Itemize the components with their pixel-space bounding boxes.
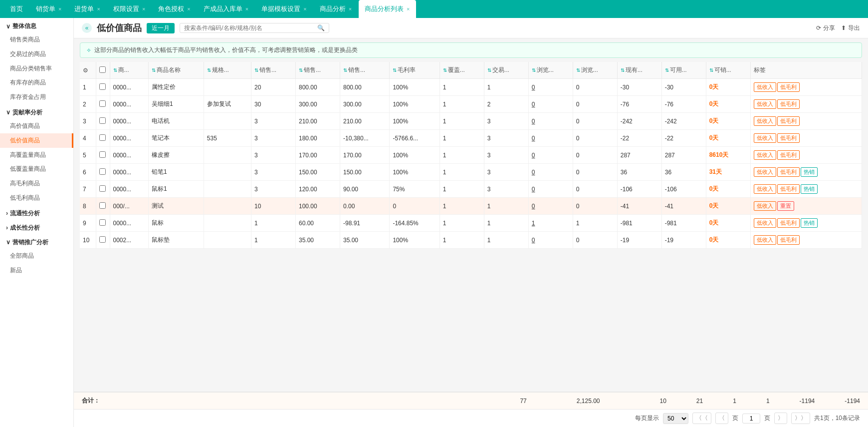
th-tags[interactable]: 标签 xyxy=(750,62,862,79)
sidebar-item-high-margin[interactable]: 高毛利商品 xyxy=(0,176,73,191)
close-icon[interactable]: × xyxy=(187,6,190,12)
select-all-checkbox[interactable] xyxy=(99,66,106,73)
sidebar-group-growth[interactable]: › 成长性分析 xyxy=(0,220,73,234)
sidebar-item-new-products[interactable]: 新品 xyxy=(0,263,73,278)
th-browse1[interactable]: ⇅浏览... xyxy=(528,62,573,79)
sidebar-group-overall[interactable]: ∨ 整体信息 xyxy=(0,18,73,32)
nav-purchase-order[interactable]: 进货单 × xyxy=(68,0,106,18)
nav-product-inbound[interactable]: 产成品入库单 × xyxy=(198,0,254,18)
prev-page-button[interactable]: 〈 xyxy=(715,413,728,424)
close-icon[interactable]: × xyxy=(245,6,248,12)
browse-link[interactable]: 0 xyxy=(532,237,535,244)
th-sales3[interactable]: ⇅销售... xyxy=(340,62,389,79)
share-button[interactable]: ⟳ 分享 xyxy=(816,24,835,32)
nav-home[interactable]: 首页 xyxy=(4,0,29,18)
filter-recent-month-button[interactable]: 近一月 xyxy=(147,23,175,33)
td-checkbox[interactable] xyxy=(96,147,110,164)
row-checkbox[interactable] xyxy=(99,100,106,107)
sidebar-item-low-coverage[interactable]: 低覆盖量商品 xyxy=(0,162,73,176)
td-browse1[interactable]: 0 xyxy=(528,232,573,249)
sidebar-item-all-products[interactable]: 全部商品 xyxy=(0,249,73,263)
browse-link[interactable]: 0 xyxy=(532,169,535,176)
th-current[interactable]: ⇅现有... xyxy=(617,62,661,79)
search-icon[interactable]: 🔍 xyxy=(317,24,325,31)
next-page-button[interactable]: 〉 xyxy=(774,413,787,424)
browse-link[interactable]: 0 xyxy=(532,203,535,210)
close-icon[interactable]: × xyxy=(58,6,61,12)
first-page-button[interactable]: 〈〈 xyxy=(692,413,711,424)
browse-link[interactable]: 0 xyxy=(532,118,535,125)
close-icon[interactable]: × xyxy=(303,6,306,12)
th-name[interactable]: ⇅商品名称 xyxy=(149,62,204,79)
nav-product-analysis[interactable]: 商品分析 × xyxy=(314,0,358,18)
row-checkbox[interactable] xyxy=(99,83,106,90)
th-settings[interactable]: ⚙ xyxy=(80,62,96,79)
td-checkbox[interactable] xyxy=(96,164,110,181)
th-coverage[interactable]: ⇅覆盖... xyxy=(439,62,484,79)
th-spec[interactable]: ⇅规格... xyxy=(204,62,251,79)
data-table-wrapper[interactable]: ⚙ ⇅商... ⇅商品名称 ⇅规格... ⇅销售... ⇅销售... ⇅销售..… xyxy=(80,62,862,392)
nav-product-analysis-list[interactable]: 商品分析列表 × xyxy=(359,0,416,18)
td-browse1[interactable]: 0 xyxy=(528,164,573,181)
last-page-button[interactable]: 〉〉 xyxy=(791,413,810,424)
th-trade[interactable]: ⇅交易... xyxy=(484,62,528,79)
sidebar-item-category-sales-rate[interactable]: 商品分类销售率 xyxy=(0,61,73,76)
td-browse1[interactable]: 0 xyxy=(528,96,573,113)
row-checkbox[interactable] xyxy=(99,151,106,158)
row-checkbox[interactable] xyxy=(99,117,106,124)
browse-link[interactable]: 0 xyxy=(532,152,535,159)
sidebar-collapse-button[interactable]: « xyxy=(82,23,92,33)
td-browse1[interactable]: 1 xyxy=(528,215,573,232)
row-checkbox[interactable] xyxy=(99,134,106,141)
td-checkbox[interactable] xyxy=(96,130,110,147)
export-button[interactable]: ⬆ 导出 xyxy=(841,24,860,32)
td-checkbox[interactable] xyxy=(96,198,110,215)
td-checkbox[interactable] xyxy=(96,79,110,96)
browse-link[interactable]: 0 xyxy=(532,101,535,108)
sidebar-item-high-value[interactable]: 高价值商品 xyxy=(0,119,73,133)
sidebar-group-circulation[interactable]: › 流通性分析 xyxy=(0,205,73,220)
th-available[interactable]: ⇅可用... xyxy=(661,62,706,79)
th-code[interactable]: ⇅商... xyxy=(110,62,149,79)
td-browse1[interactable]: 0 xyxy=(528,130,573,147)
nav-permission[interactable]: 权限设置 × xyxy=(107,0,151,18)
close-icon[interactable]: × xyxy=(407,6,410,12)
th-browse2[interactable]: ⇅浏览... xyxy=(573,62,617,79)
td-browse1[interactable]: 0 xyxy=(528,79,573,96)
sidebar-item-stock[interactable]: 有库存的商品 xyxy=(0,75,73,90)
th-sales1[interactable]: ⇅销售... xyxy=(251,62,296,79)
row-checkbox[interactable] xyxy=(99,236,106,243)
row-checkbox[interactable] xyxy=(99,219,106,226)
td-browse1[interactable]: 0 xyxy=(528,113,573,130)
td-browse1[interactable]: 0 xyxy=(528,181,573,198)
td-checkbox[interactable] xyxy=(96,113,110,130)
td-browse1[interactable]: 0 xyxy=(528,198,573,215)
sidebar-item-low-value[interactable]: 低价值商品 xyxy=(0,133,73,148)
close-icon[interactable]: × xyxy=(142,6,145,12)
td-browse1[interactable]: 0 xyxy=(528,147,573,164)
sidebar-item-capital[interactable]: 库存资金占用 xyxy=(0,90,73,104)
sidebar-item-sales-category[interactable]: 销售类商品 xyxy=(0,32,73,47)
th-gross-rate[interactable]: ⇅毛利率 xyxy=(390,62,439,79)
td-checkbox[interactable] xyxy=(96,215,110,232)
close-icon[interactable]: × xyxy=(349,6,352,12)
row-checkbox[interactable] xyxy=(99,168,106,175)
row-checkbox[interactable] xyxy=(99,185,106,192)
sidebar-item-traded[interactable]: 交易过的商品 xyxy=(0,47,73,61)
browse-link[interactable]: 1 xyxy=(532,220,535,227)
sidebar-group-contribution[interactable]: ∨ 贡献率分析 xyxy=(0,104,73,119)
nav-sales-order[interactable]: 销货单 × xyxy=(30,0,67,18)
browse-link[interactable]: 0 xyxy=(532,84,535,91)
nav-role-auth[interactable]: 角色授权 × xyxy=(152,0,196,18)
td-checkbox[interactable] xyxy=(96,232,110,249)
sidebar-group-marketing[interactable]: ∨ 营销推广分析 xyxy=(0,234,73,249)
td-checkbox[interactable] xyxy=(96,96,110,113)
browse-link[interactable]: 0 xyxy=(532,186,535,193)
page-size-select[interactable]: 50 20 100 xyxy=(663,413,688,424)
search-input[interactable] xyxy=(184,24,315,31)
th-checkbox[interactable] xyxy=(96,62,110,79)
th-sales2[interactable]: ⇅销售... xyxy=(296,62,340,79)
row-checkbox[interactable] xyxy=(99,202,106,209)
close-icon[interactable]: × xyxy=(97,6,100,12)
th-saleable[interactable]: ⇅可销... xyxy=(706,62,750,79)
